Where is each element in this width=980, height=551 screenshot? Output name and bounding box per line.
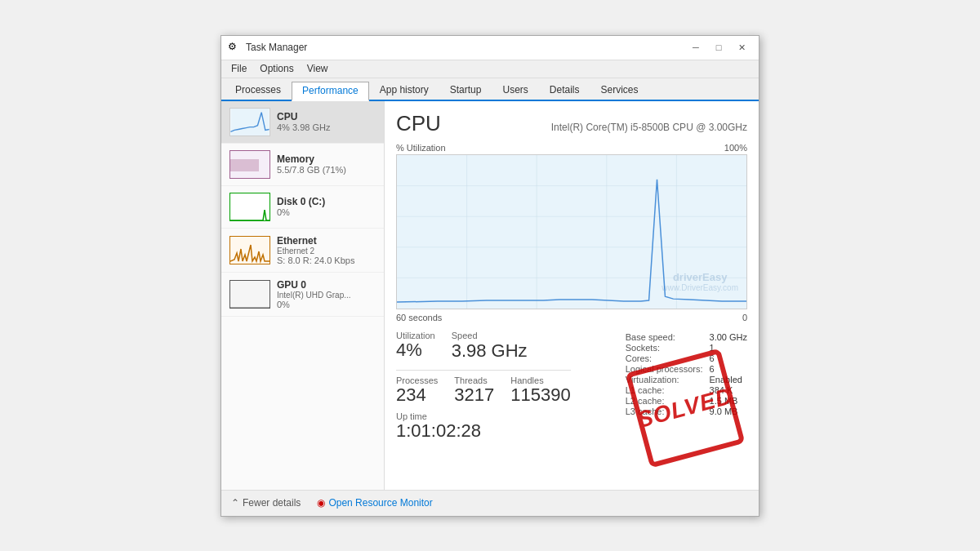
utilization-value: 4% <box>396 340 435 360</box>
disk-sidebar-info: Disk 0 (C:) 0% <box>277 196 325 217</box>
util-bar: % Utilization 100% <box>396 143 747 153</box>
main-panel: CPU Intel(R) Core(TM) i5-8500B CPU @ 3.0… <box>385 101 759 490</box>
window-title: Task Manager <box>246 42 685 53</box>
uptime-block: Up time 1:01:02:28 <box>396 411 571 441</box>
sidebar-item-disk[interactable]: Disk 0 (C:) 0% <box>221 186 384 229</box>
ethernet-sidebar-sub: S: 8.0 R: 24.0 Kbps <box>277 256 354 265</box>
memory-sidebar-label: Memory <box>277 153 346 165</box>
util-max: 100% <box>724 143 747 153</box>
chevron-up-icon: ⌃ <box>231 497 239 509</box>
tab-processes[interactable]: Processes <box>225 80 292 100</box>
gpu-sidebar-sub: 0% <box>277 300 351 309</box>
l3-key: L3 cache: <box>626 407 703 416</box>
threads-label: Threads <box>454 375 494 385</box>
l2-val: 1.5 MB <box>710 396 747 406</box>
memory-sidebar-info: Memory 5.5/7.8 GB (71%) <box>277 153 346 175</box>
sidebar-item-gpu[interactable]: GPU 0 Intel(R) UHD Grap... 0% <box>221 273 384 317</box>
l1-val: 384 K <box>710 385 747 395</box>
ethernet-sidebar-info: Ethernet Ethernet 2 S: 8.0 R: 24.0 Kbps <box>277 235 354 265</box>
speed-block: Speed 3.98 GHz <box>452 331 528 362</box>
tab-users[interactable]: Users <box>492 80 538 100</box>
tab-services[interactable]: Services <box>590 80 649 100</box>
main-panel-wrapper: CPU Intel(R) Core(TM) i5-8500B CPU @ 3.0… <box>385 101 759 490</box>
menu-options[interactable]: Options <box>253 61 300 76</box>
window-controls: ─ □ ✕ <box>685 39 752 56</box>
memory-sidebar-sub: 5.5/7.8 GB (71%) <box>277 165 346 175</box>
minimize-button[interactable]: ─ <box>685 39 706 56</box>
ethernet-sidebar-label: Ethernet <box>277 235 354 247</box>
speed-value: 3.98 GHz <box>452 340 528 362</box>
logical-val: 6 <box>710 364 747 374</box>
l3-val: 9.0 MB <box>710 407 747 416</box>
cpu-chart: driverEasy www.DriverEasy.com <box>396 154 747 309</box>
l1-key: L1 cache: <box>626 385 703 395</box>
processes-block: Processes 234 <box>396 375 438 405</box>
cpu-sidebar-sub: 4% 3.98 GHz <box>277 122 330 132</box>
virt-val: Enabled <box>710 375 747 384</box>
base-speed-key: Base speed: <box>626 332 703 342</box>
fewer-details-button[interactable]: ⌃ Fewer details <box>231 497 301 509</box>
logical-key: Logical processors: <box>626 364 703 374</box>
stats-row-1: Utilization 4% Speed 3.98 GHz <box>396 331 571 362</box>
task-manager-window: ⚙ Task Manager ─ □ ✕ File Options View P… <box>220 35 760 517</box>
tab-startup[interactable]: Startup <box>439 80 492 100</box>
tabs-bar: Processes Performance App history Startu… <box>221 78 759 101</box>
handles-value: 115390 <box>510 385 570 405</box>
watermark: driverEasy www.DriverEasy.com <box>662 271 738 292</box>
util-label: % Utilization <box>396 143 446 153</box>
utilization-label: Utilization <box>396 331 435 340</box>
details-grid: Base speed: 3.00 GHz Sockets: 1 Cores: 6… <box>626 332 747 416</box>
tab-details[interactable]: Details <box>539 80 590 100</box>
processes-value: 234 <box>396 385 438 405</box>
processes-row: Processes 234 Threads 3217 Handles 11539… <box>396 375 571 405</box>
utilization-block: Utilization 4% <box>396 331 435 362</box>
cpu-sidebar-label: CPU <box>277 111 330 122</box>
svg-rect-5 <box>230 281 270 309</box>
time-bar: 60 seconds 0 <box>396 313 747 322</box>
threads-value: 3217 <box>454 385 494 405</box>
cpu-sidebar-info: CPU 4% 3.98 GHz <box>277 111 330 132</box>
uptime-value: 1:01:02:28 <box>396 421 571 441</box>
sidebar-item-cpu[interactable]: CPU 4% 3.98 GHz <box>221 101 384 144</box>
sockets-val: 1 <box>710 343 747 353</box>
menu-view[interactable]: View <box>301 61 335 76</box>
ethernet-thumbnail <box>229 236 270 264</box>
cpu-thumbnail <box>229 108 270 136</box>
monitor-icon: ◉ <box>317 497 325 509</box>
gpu-sidebar-info: GPU 0 Intel(R) UHD Grap... 0% <box>277 279 351 309</box>
menu-file[interactable]: File <box>225 61 253 76</box>
gpu-sidebar-label: GPU 0 <box>277 279 351 291</box>
main-header: CPU Intel(R) Core(TM) i5-8500B CPU @ 3.0… <box>396 111 747 136</box>
sidebar-item-memory[interactable]: Memory 5.5/7.8 GB (71%) <box>221 144 384 186</box>
threads-block: Threads 3217 <box>454 375 494 405</box>
maximize-button[interactable]: □ <box>708 39 729 56</box>
cpu-title: CPU <box>396 111 441 136</box>
window-icon: ⚙ <box>228 41 241 54</box>
sidebar-item-ethernet[interactable]: Ethernet Ethernet 2 S: 8.0 R: 24.0 Kbps <box>221 229 384 273</box>
gpu-sidebar-sub2: Intel(R) UHD Grap... <box>277 291 351 300</box>
close-button[interactable]: ✕ <box>731 39 752 56</box>
fewer-details-label: Fewer details <box>243 497 301 509</box>
sidebar: CPU 4% 3.98 GHz Memory 5.5/7.8 GB (71%) <box>221 101 385 490</box>
speed-label: Speed <box>452 331 528 340</box>
open-monitor-link[interactable]: Open Resource Monitor <box>328 497 432 509</box>
cores-val: 6 <box>710 353 747 363</box>
cpu-subtitle: Intel(R) Core(TM) i5-8500B CPU @ 3.00GHz <box>551 122 747 133</box>
sockets-key: Sockets: <box>626 343 703 353</box>
content-area: CPU 4% 3.98 GHz Memory 5.5/7.8 GB (71%) <box>221 101 759 490</box>
memory-thumbnail <box>229 150 270 179</box>
tab-app-history[interactable]: App history <box>369 80 439 100</box>
menu-bar: File Options View <box>221 60 759 78</box>
title-bar: ⚙ Task Manager ─ □ ✕ <box>221 36 759 60</box>
time-label: 60 seconds <box>396 313 442 322</box>
svg-rect-2 <box>230 159 259 171</box>
handles-label: Handles <box>510 375 570 385</box>
processes-label: Processes <box>396 375 438 385</box>
tab-performance[interactable]: Performance <box>292 82 369 101</box>
virt-key: Virtualization: <box>626 375 703 384</box>
handles-block: Handles 115390 <box>510 375 570 405</box>
disk-sidebar-sub: 0% <box>277 207 325 217</box>
time-right: 0 <box>742 313 747 322</box>
gpu-thumbnail <box>229 280 270 309</box>
uptime-label: Up time <box>396 411 571 421</box>
